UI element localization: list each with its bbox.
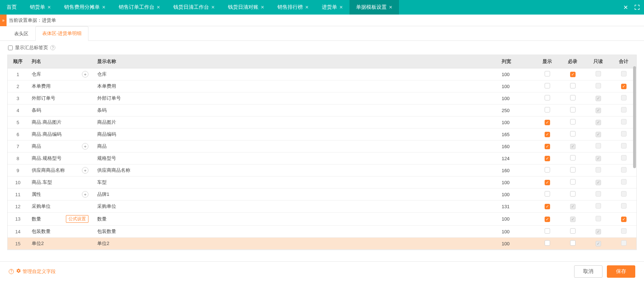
checkbox[interactable]: ✓: [545, 204, 550, 209]
checkbox[interactable]: [570, 107, 576, 112]
cell-displayname[interactable]: 商品: [94, 140, 498, 153]
close-all-icon[interactable]: ✕: [622, 4, 629, 11]
cell-displayname[interactable]: 品牌1: [94, 189, 498, 201]
checkbox[interactable]: ✓: [545, 132, 550, 137]
cell-displayname[interactable]: 商品图片: [94, 116, 498, 128]
cell-displayname[interactable]: 单位2: [94, 238, 498, 250]
checkbox[interactable]: ✓: [570, 72, 576, 77]
cell-displayname[interactable]: 仓库: [94, 68, 498, 80]
top-tab[interactable]: 钱货日清工作台✕: [167, 0, 221, 15]
checkbox[interactable]: [570, 228, 576, 234]
checkbox[interactable]: [545, 95, 550, 100]
checkbox[interactable]: [570, 167, 576, 173]
checkbox[interactable]: [545, 191, 550, 197]
top-tab[interactable]: 首页: [0, 0, 23, 15]
fullscreen-icon[interactable]: [634, 4, 640, 11]
checkbox[interactable]: [570, 95, 576, 100]
checkbox[interactable]: [545, 107, 550, 112]
table-row[interactable]: 6商品.商品编码商品编码165✓✓: [8, 128, 636, 140]
checkbox[interactable]: [570, 155, 576, 161]
table-row[interactable]: 15单位2单位2100✓: [8, 238, 636, 250]
cell-width[interactable]: 100: [498, 80, 534, 92]
table-row[interactable]: 8商品.规格型号规格型号124✓✓: [8, 153, 636, 165]
top-tab[interactable]: 单据模板设置✕: [349, 0, 399, 15]
cell-displayname[interactable]: 采购单位: [94, 201, 498, 213]
cell-displayname[interactable]: 商品编码: [94, 128, 498, 140]
sub-tab[interactable]: 表头区: [7, 27, 35, 41]
scrollbar[interactable]: [633, 66, 636, 168]
help-icon[interactable]: ?: [50, 45, 55, 50]
close-icon[interactable]: ✕: [211, 5, 215, 10]
table-row[interactable]: 11属性+品牌1100: [8, 189, 636, 201]
close-icon[interactable]: ✕: [47, 5, 51, 10]
table-row[interactable]: 13数量公式设置数量100✓✓✓: [8, 213, 636, 226]
close-icon[interactable]: ✕: [305, 5, 309, 10]
cell-displayname[interactable]: 数量: [94, 213, 498, 226]
cancel-button[interactable]: 取消: [574, 265, 602, 272]
add-icon[interactable]: +: [82, 191, 88, 198]
table-row[interactable]: 2本单费用本单费用100✓: [8, 80, 636, 92]
table-row[interactable]: 4条码条码250✓: [8, 104, 636, 116]
checkbox[interactable]: [570, 191, 576, 197]
checkbox[interactable]: [570, 179, 576, 185]
add-icon[interactable]: +: [82, 143, 88, 150]
close-icon[interactable]: ✕: [102, 5, 106, 10]
checkbox[interactable]: ✓: [545, 120, 550, 125]
cell-displayname[interactable]: 条码: [94, 104, 498, 116]
cell-displayname[interactable]: 本单费用: [94, 80, 498, 92]
checkbox[interactable]: [545, 83, 550, 88]
table-row[interactable]: 14包装数量包装数量100✓: [8, 226, 636, 238]
checkbox[interactable]: [570, 240, 576, 246]
cell-displayname[interactable]: 车型: [94, 177, 498, 189]
top-tab[interactable]: 销货单✕: [23, 0, 58, 15]
cell-displayname[interactable]: 包装数量: [94, 226, 498, 238]
top-tab[interactable]: 进货单✕: [315, 0, 349, 15]
context-expand-icon[interactable]: »: [0, 15, 7, 26]
checkbox[interactable]: ✓: [545, 180, 550, 185]
manage-custom-fields-link[interactable]: ? 管理自定义字段: [9, 268, 56, 272]
checkbox[interactable]: [545, 167, 550, 173]
cell-width[interactable]: 250: [498, 104, 534, 116]
cell-displayname[interactable]: 供应商商品名称: [94, 165, 498, 177]
checkbox[interactable]: [545, 71, 550, 76]
checkbox[interactable]: [545, 240, 550, 246]
save-button[interactable]: 保存: [607, 265, 635, 272]
table-row[interactable]: 3外部订单号外部订单号100✓: [8, 92, 636, 104]
cell-width[interactable]: 131: [498, 201, 534, 213]
checkbox[interactable]: ✓: [545, 144, 550, 149]
table-row[interactable]: 10商品.车型车型100✓✓: [8, 177, 636, 189]
checkbox[interactable]: ✓: [621, 84, 627, 89]
cell-width[interactable]: 124: [498, 153, 534, 165]
cell-width[interactable]: 100: [498, 177, 534, 189]
cell-width[interactable]: 100: [498, 68, 534, 80]
formula-settings-badge[interactable]: 公式设置: [66, 215, 88, 223]
cell-width[interactable]: 160: [498, 140, 534, 153]
cell-width[interactable]: 100: [498, 116, 534, 128]
cell-width[interactable]: 100: [498, 213, 534, 226]
checkbox[interactable]: [545, 228, 550, 234]
checkbox[interactable]: [570, 131, 576, 136]
table-row[interactable]: 7商品+商品160✓✓: [8, 140, 636, 153]
close-icon[interactable]: ✕: [339, 5, 343, 10]
cell-width[interactable]: 165: [498, 128, 534, 140]
table-row[interactable]: 9供应商商品名称+供应商商品名称160: [8, 165, 636, 177]
table-row[interactable]: 5商品.商品图片商品图片100✓✓: [8, 116, 636, 128]
table-row[interactable]: 1仓库+仓库100✓: [8, 68, 636, 80]
cell-width[interactable]: 100: [498, 226, 534, 238]
cell-width[interactable]: 100: [498, 189, 534, 201]
table-row[interactable]: 12采购单位采购单位131✓✓: [8, 201, 636, 213]
checkbox[interactable]: ✓: [545, 217, 550, 222]
close-icon[interactable]: ✕: [389, 5, 392, 10]
cell-width[interactable]: 100: [498, 238, 534, 250]
add-icon[interactable]: +: [82, 167, 88, 174]
top-tab[interactable]: 销售排行榜✕: [271, 0, 315, 15]
checkbox[interactable]: ✓: [545, 156, 550, 161]
checkbox[interactable]: ✓: [621, 217, 627, 222]
top-tab[interactable]: 销售订单工作台✕: [112, 0, 167, 15]
close-icon[interactable]: ✕: [157, 5, 160, 10]
sub-tab[interactable]: 表体区-进货单明细: [35, 26, 88, 41]
top-tab[interactable]: 钱货日清对账✕: [221, 0, 271, 15]
cell-width[interactable]: 100: [498, 92, 534, 104]
checkbox[interactable]: [570, 119, 576, 124]
top-tab[interactable]: 销售费用分摊单✕: [58, 0, 112, 15]
